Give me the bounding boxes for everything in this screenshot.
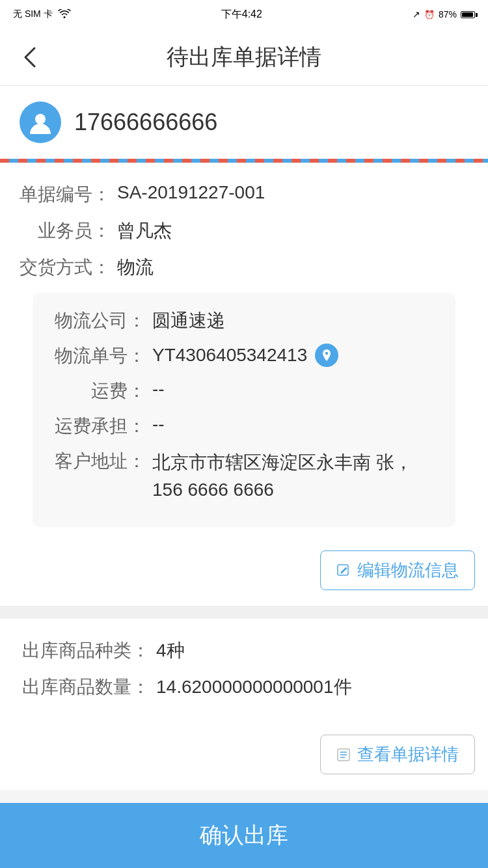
battery-icon xyxy=(461,11,475,18)
logistics-company-row: 物流公司： 圆通速递 xyxy=(48,308,440,333)
alarm-status-icon: ⏰ xyxy=(424,10,435,20)
user-info-row: 17666666666 xyxy=(0,86,488,159)
nav-bar: 待出库单据详情 xyxy=(0,29,488,86)
tracking-location-icon[interactable] xyxy=(315,344,338,367)
goods-quantity-value: 14.620000000000001件 xyxy=(156,675,468,699)
svg-point-1 xyxy=(325,352,328,355)
status-right: ↗ ⏰ 87% xyxy=(413,9,475,20)
sim-text: 无 SIM 卡 xyxy=(13,8,53,20)
doc-number-label: 单据编号： xyxy=(20,182,111,207)
edit-logistics-button[interactable]: 编辑物流信息 xyxy=(320,550,475,590)
status-time: 下午4:42 xyxy=(221,8,262,21)
edit-btn-label: 编辑物流信息 xyxy=(357,559,459,582)
doc-number-row: 单据编号： SA-20191227-001 xyxy=(20,182,468,207)
status-bar: 无 SIM 卡 下午4:42 ↗ ⏰ 87% xyxy=(0,0,488,29)
user-phone: 17666666666 xyxy=(74,109,217,136)
freight-bearer-row: 运费承担： -- xyxy=(48,414,440,439)
logistics-company-value: 圆通速递 xyxy=(152,308,440,333)
view-btn-row: 查看单据详情 xyxy=(0,724,488,790)
freight-row: 运费： -- xyxy=(48,379,440,403)
doc-number-value: SA-20191227-001 xyxy=(117,182,468,203)
wifi-icon xyxy=(58,9,71,20)
freight-bearer-value: -- xyxy=(152,414,440,435)
goods-quantity-row: 出库商品数量： 14.620000000000001件 xyxy=(20,675,468,699)
view-btn-label: 查看单据详情 xyxy=(357,743,459,766)
section-divider xyxy=(0,606,488,619)
freight-bearer-label: 运费承担： xyxy=(48,414,146,439)
svg-point-0 xyxy=(35,114,46,124)
location-status-icon: ↗ xyxy=(413,9,420,20)
address-label: 客户地址： xyxy=(48,449,146,474)
freight-label: 运费： xyxy=(48,379,146,403)
logistics-tracking-row: 物流单号： YT4306405342413 xyxy=(48,344,440,368)
edit-icon xyxy=(336,563,351,578)
goods-types-label: 出库商品种类： xyxy=(20,638,150,663)
salesman-row: 业务员： 曾凡杰 xyxy=(20,219,468,243)
logistics-tracking-label: 物流单号： xyxy=(48,344,146,368)
address-row: 客户地址： 北京市市辖区海淀区永丰南 张，156 6666 6666 xyxy=(48,449,440,504)
goods-types-value: 4种 xyxy=(156,638,468,663)
goods-types-row: 出库商品种类： 4种 xyxy=(20,638,468,663)
salesman-label: 业务员： xyxy=(20,219,111,243)
logistics-tracking-value: YT4306405342413 xyxy=(152,344,440,367)
logistics-card: 物流公司： 圆通速递 物流单号： YT4306405342413 运费： -- … xyxy=(33,293,455,527)
confirm-btn-label: 确认出库 xyxy=(200,821,288,850)
list-icon xyxy=(336,748,351,762)
goods-section: 出库商品种类： 4种 出库商品数量： 14.620000000000001件 xyxy=(0,619,488,724)
page-title: 待出库单据详情 xyxy=(167,42,321,72)
confirm-button-bar[interactable]: 确认出库 xyxy=(0,803,488,868)
back-button[interactable] xyxy=(16,43,44,72)
salesman-value: 曾凡杰 xyxy=(117,219,468,243)
view-details-button[interactable]: 查看单据详情 xyxy=(320,735,475,774)
battery-percent: 87% xyxy=(439,9,457,20)
address-value: 北京市市辖区海淀区永丰南 张，156 6666 6666 xyxy=(152,449,440,504)
avatar xyxy=(20,102,61,143)
delivery-method-value: 物流 xyxy=(117,255,468,280)
goods-quantity-label: 出库商品数量： xyxy=(20,675,150,699)
basic-info-section: 单据编号： SA-20191227-001 业务员： 曾凡杰 交货方式： 物流 … xyxy=(0,163,488,540)
status-left: 无 SIM 卡 xyxy=(13,8,71,20)
freight-value: -- xyxy=(152,379,440,400)
delivery-method-row: 交货方式： 物流 xyxy=(20,255,468,280)
delivery-method-label: 交货方式： xyxy=(20,255,111,280)
edit-btn-row: 编辑物流信息 xyxy=(0,540,488,606)
logistics-company-label: 物流公司： xyxy=(48,308,146,333)
